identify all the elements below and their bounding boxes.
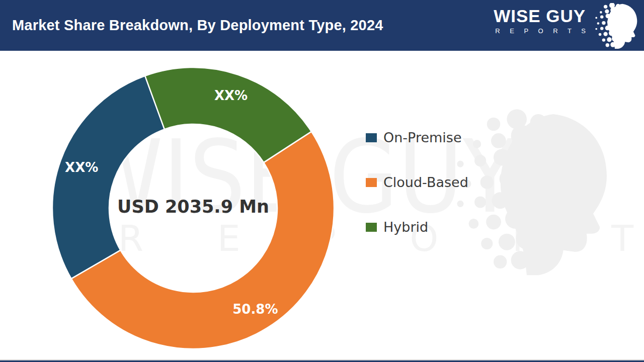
legend-item-hybrid: Hybrid (366, 220, 468, 235)
donut-chart: XX%50.8%XX% (0, 0, 644, 362)
page-title: Market Share Breakdown, By Deployment Ty… (12, 0, 383, 51)
slice-value-label: XX% (214, 88, 248, 103)
donut-slice-on-premise (52, 76, 165, 279)
infographic-canvas: WISE GUY R E P O R T S XX%50.8%XX% USD 2… (0, 0, 644, 362)
legend-swatch-on-premise (366, 133, 377, 142)
legend-swatch-hybrid (366, 223, 377, 232)
donut-center-value: USD 2035.9 Mn (117, 197, 269, 217)
slice-value-label: XX% (65, 160, 98, 175)
logo-wordmark: WISE GUY (494, 7, 590, 25)
logo-dotted-head-icon (592, 3, 638, 49)
slice-value-label: 50.8% (232, 302, 278, 317)
legend-item-cloud-based: Cloud-Based (366, 175, 468, 190)
logo-sub-wordmark: R E P O R T S (495, 28, 590, 34)
legend-item-on-premise: On-Premise (366, 130, 468, 145)
chart-legend: On-Premise Cloud-Based Hybrid (366, 130, 468, 264)
legend-label: Hybrid (383, 220, 428, 235)
legend-swatch-cloud-based (366, 178, 377, 187)
donut-slice-hybrid (145, 67, 311, 162)
legend-label: Cloud-Based (383, 175, 468, 190)
header-bar: Market Share Breakdown, By Deployment Ty… (0, 0, 644, 51)
legend-label: On-Premise (383, 130, 462, 145)
wise-guy-logo: WISE GUY R E P O R T S (494, 7, 590, 34)
